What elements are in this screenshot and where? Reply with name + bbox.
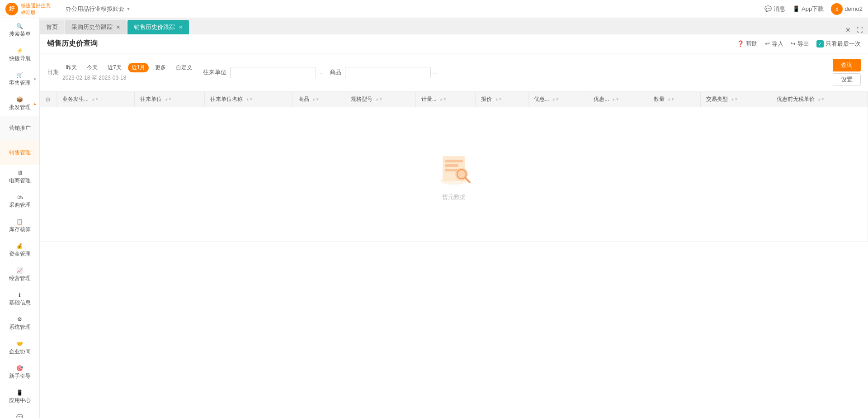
date-opt-7days[interactable]: 近7天 — [104, 63, 125, 72]
message-button[interactable]: 💬 消息 — [764, 5, 785, 13]
sidebar-item-guide[interactable]: 🎯 新手引导 — [0, 360, 39, 385]
message-icon: 💬 — [764, 5, 772, 12]
import-icon: ↩ — [765, 40, 770, 47]
phone-icon: 📱 — [793, 5, 800, 12]
sidebar-item-retail[interactable]: 🛒 零售管理 — [0, 67, 39, 91]
export-button[interactable]: ↪ 导出 — [791, 40, 809, 48]
purchase-icon: 🛍 — [17, 194, 23, 200]
sidebar-item-search[interactable]: 🔍 搜索菜单 — [0, 18, 39, 43]
th-biz-date[interactable]: 业务发生... ▲▼ — [57, 92, 135, 107]
tab-sales-history[interactable]: 销售历史价跟踪 ✕ — [127, 20, 189, 34]
page-title: 销售历史价查询 — [47, 39, 98, 48]
date-opt-today[interactable]: 今天 — [83, 63, 101, 72]
th-counterpart-name[interactable]: 往来单位名称 ▲▼ — [205, 92, 293, 107]
retail-icon: 🛒 — [16, 72, 23, 78]
th-goods[interactable]: 商品 ▲▼ — [292, 92, 345, 107]
avatar: d — [831, 3, 843, 15]
only-last-toggle[interactable]: ✓ 只看最后一次 — [816, 40, 861, 48]
sort-icon: ▲▼ — [91, 98, 99, 101]
sidebar-item-enterprise[interactable]: 🤝 企业协同 — [0, 336, 39, 360]
only-last-checkbox[interactable]: ✓ — [816, 40, 824, 48]
close-window-button[interactable]: ✕ — [844, 25, 853, 34]
sidebar-item-basic[interactable]: ℹ 基础信息 — [0, 287, 39, 311]
sort-icon: ▲▼ — [612, 98, 619, 101]
sidebar-item-purchase[interactable]: 🛍 采购管理 — [0, 189, 39, 214]
import-button[interactable]: ↩ 导入 — [765, 40, 783, 48]
sidebar-item-appstore[interactable]: 📱 应用中心 — [0, 385, 39, 409]
th-price-no-tax[interactable]: 优惠前无税单价 ▲▼ — [771, 92, 868, 107]
tab-bar: 首页 采购历史价跟踪 ✕ 销售历史价跟踪 ✕ ✕ ⛶ — [40, 18, 868, 34]
th-discount2[interactable]: 优惠... ▲▼ — [588, 92, 648, 107]
topbar-right: 💬 消息 📱 App下载 d demo2 — [764, 3, 863, 15]
th-quantity[interactable]: 数量 ▲▼ — [648, 92, 700, 107]
sidebar-item-business[interactable]: 📈 经营管理 — [0, 262, 39, 287]
settings-button[interactable]: 设置 — [833, 73, 861, 86]
sidebar-item-sales-mgmt[interactable]: 销售管理 — [0, 140, 39, 165]
th-spec[interactable]: 规格型号 ▲▼ — [345, 92, 415, 107]
goods-input[interactable] — [345, 67, 431, 78]
chevron-down-icon: ▼ — [126, 6, 131, 11]
system-icon: ⚙ — [17, 316, 22, 323]
sort-icon: ▲▼ — [495, 98, 502, 101]
date-opt-yesterday[interactable]: 昨天 — [62, 63, 80, 72]
th-counterpart-code[interactable]: 往来单位 ▲▼ — [134, 92, 204, 107]
th-unit[interactable]: 计量... ▲▼ — [415, 92, 476, 107]
tab-home[interactable]: 首页 — [40, 20, 64, 34]
goods-ellipsis[interactable]: ... — [433, 69, 437, 76]
app-download-button[interactable]: 📱 App下载 — [793, 5, 824, 13]
main-layout: 🔍 搜索菜单 ⚡ 快捷导航 🛒 零售管理 📦 批发管理 营销推广 销售管理 🖥 … — [0, 18, 868, 418]
content-area: 首页 采购历史价跟踪 ✕ 销售历史价跟踪 ✕ ✕ ⛶ 销售历史价查询 ❓ 帮助 — [40, 18, 868, 418]
company-selector[interactable]: 办公用品行业模拟账套 ▼ — [66, 5, 131, 13]
sort-icon: ▲▼ — [731, 98, 738, 101]
th-discount1[interactable]: 优惠... ▲▼ — [528, 92, 588, 107]
maximize-button[interactable]: ⛶ — [855, 25, 864, 34]
wholesale-icon: 📦 — [16, 96, 23, 103]
sort-icon: ▲▼ — [817, 98, 825, 101]
column-settings-icon[interactable]: ⚙ — [45, 96, 51, 103]
date-opt-more[interactable]: 更多 — [151, 63, 170, 72]
counterpart-input[interactable] — [230, 67, 316, 78]
appstore-icon: 📱 — [16, 390, 23, 396]
sidebar-item-finance[interactable]: 💰 资金管理 — [0, 238, 39, 262]
th-trade-type[interactable]: 交易类型 ▲▼ — [701, 92, 771, 107]
sidebar-item-shortcut[interactable]: ⚡ 快捷导航 — [0, 43, 39, 67]
sidebar-item-wechat[interactable]: 💬 企业微信 — [0, 409, 39, 418]
sort-icon: ▲▼ — [246, 98, 253, 101]
close-purchase-history-tab[interactable]: ✕ — [116, 24, 120, 30]
counterpart-label: 往来单位 — [203, 68, 226, 76]
counterpart-filter-group: 往来单位 ... — [203, 67, 322, 78]
counterpart-ellipsis[interactable]: ... — [318, 69, 322, 76]
inventory-icon: 📋 — [16, 218, 23, 225]
basic-icon: ℹ — [19, 292, 21, 298]
topbar: 好 畅捷通好生意 标准版 办公用品行业模拟账套 ▼ 💬 消息 📱 App下载 d… — [0, 0, 868, 18]
search-icon: 🔍 — [16, 23, 23, 29]
sort-icon: ▲▼ — [439, 98, 447, 101]
sidebar-item-system[interactable]: ⚙ 系统管理 — [0, 311, 39, 336]
close-sales-history-tab[interactable]: ✕ — [179, 24, 183, 30]
sort-icon: ▲▼ — [552, 98, 559, 101]
finance-icon: 💰 — [16, 243, 23, 249]
user-profile[interactable]: d demo2 — [831, 3, 863, 15]
table-body: 暂元数据 — [40, 107, 868, 242]
date-opt-custom[interactable]: 自定义 — [172, 63, 196, 72]
empty-text: 暂元数据 — [442, 193, 466, 201]
query-button[interactable]: 查询 — [833, 59, 861, 71]
date-filter-group: 日期 昨天 今天 近7天 近1月 更多 自定义 2023-02-18 至 202… — [47, 63, 196, 82]
sidebar-item-marketing[interactable]: 营销推广 — [0, 116, 39, 140]
business-icon: 📈 — [16, 267, 23, 274]
date-label: 日期 — [47, 68, 59, 76]
sidebar-item-ecommerce[interactable]: 🖥 电商管理 — [0, 165, 39, 189]
shortcut-icon: ⚡ — [16, 48, 23, 54]
logo-area: 好 畅捷通好生意 标准版 — [5, 2, 51, 15]
th-gear[interactable]: ⚙ — [40, 92, 57, 107]
tab-actions: ✕ ⛶ — [844, 25, 868, 34]
help-button[interactable]: ❓ 帮助 — [737, 40, 758, 48]
tab-purchase-history[interactable]: 采购历史价跟踪 ✕ — [65, 20, 127, 34]
guide-icon: 🎯 — [16, 365, 23, 371]
sidebar-item-inventory[interactable]: 📋 库存核算 — [0, 214, 39, 238]
sidebar-item-wholesale[interactable]: 📦 批发管理 — [0, 91, 39, 116]
date-opt-1month[interactable]: 近1月 — [128, 63, 149, 72]
goods-label: 商品 — [330, 68, 341, 76]
th-quote[interactable]: 报价 ▲▼ — [476, 92, 528, 107]
empty-illustration — [434, 147, 474, 188]
